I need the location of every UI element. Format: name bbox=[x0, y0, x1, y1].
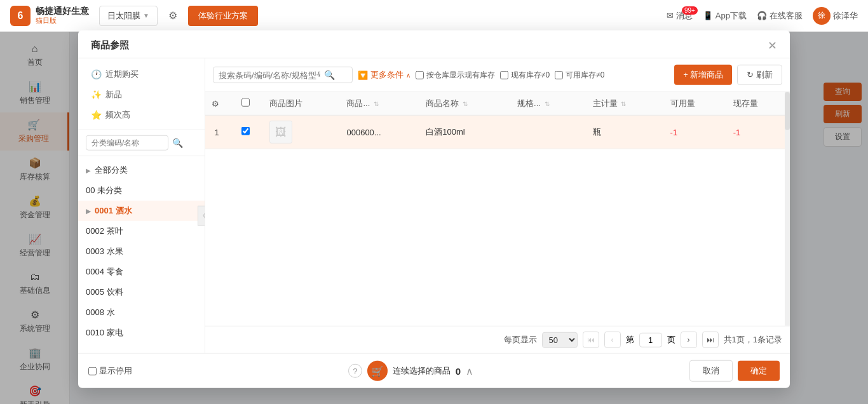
category-item-0003[interactable]: 0003 水果 bbox=[78, 241, 205, 262]
modal-close-button[interactable]: ✕ bbox=[768, 39, 777, 51]
refresh-btn[interactable]: ↻ 刷新 bbox=[737, 65, 782, 85]
service-icon: 🎧 bbox=[757, 11, 767, 20]
cart-icon-btn[interactable]: 🛒 bbox=[367, 361, 388, 381]
category-item-0001[interactable]: ▶ 0001 酒水 bbox=[78, 201, 205, 221]
page-size-select[interactable]: 50 10 20 100 bbox=[542, 332, 578, 347]
sort-code-icon: ⇅ bbox=[374, 100, 379, 107]
category-item-0008[interactable]: 0008 水 bbox=[78, 302, 205, 323]
nav-user[interactable]: 徐 徐泽华 bbox=[813, 7, 858, 25]
selected-count-num: 0 bbox=[456, 365, 461, 376]
page-last-btn[interactable]: ⏭ bbox=[702, 332, 719, 348]
category-search-input[interactable] bbox=[86, 135, 168, 151]
check-stock-nonzero-input[interactable] bbox=[500, 71, 508, 79]
category-item-00[interactable]: 00 未分类 bbox=[78, 180, 205, 201]
footer-right: 取消 确定 bbox=[689, 360, 780, 382]
user-avatar: 徐 bbox=[813, 7, 831, 25]
frequent-icon: ⭐ bbox=[91, 110, 102, 120]
table-header-row: ⚙ 商品图片 商品... ⇅ 商品名称 bbox=[205, 92, 790, 116]
shortcut-recent[interactable]: 🕐 近期购买 bbox=[86, 65, 197, 84]
product-search-icon[interactable]: 🔍 bbox=[324, 70, 335, 80]
cat-label-0003: 0003 水果 bbox=[86, 246, 123, 257]
th-image: 商品图片 bbox=[263, 92, 340, 116]
brand-sub: 猫日版 bbox=[36, 16, 89, 25]
cat-label-0010: 0010 家电 bbox=[86, 327, 123, 339]
store-selector[interactable]: 日太阳膜 ▼ bbox=[99, 6, 158, 26]
footer-left: 显示停用 bbox=[88, 365, 132, 377]
td-num: 1 bbox=[205, 115, 228, 149]
th-available: 可用量 bbox=[664, 92, 727, 116]
category-item-0002[interactable]: 0002 茶叶 bbox=[78, 221, 205, 241]
top-nav: 6 畅捷通好生意 猫日版 日太阳膜 ▼ ⚙ 体验行业方案 ✉ 消息 99+ 📱 … bbox=[0, 0, 868, 32]
page-prev-btn[interactable]: ‹ bbox=[604, 332, 621, 348]
check-available-nonzero-label[interactable]: 可用库存≠0 bbox=[555, 69, 604, 80]
show-disabled-checkbox[interactable] bbox=[88, 367, 97, 375]
category-panel: 🕐 近期购买 ✨ 新品 ⭐ 频次高 《 🔍 bbox=[78, 58, 205, 353]
message-icon: ✉ bbox=[667, 11, 674, 20]
nav-message[interactable]: ✉ 消息 99+ bbox=[667, 10, 693, 22]
category-item-0004[interactable]: 0004 零食 bbox=[78, 262, 205, 282]
confirm-btn[interactable]: 确定 bbox=[738, 361, 780, 381]
check-warehouse-input[interactable] bbox=[416, 71, 424, 79]
shortcuts-area: 🕐 近期购买 ✨ 新品 ⭐ 频次高 bbox=[78, 65, 205, 130]
th-settings[interactable]: ⚙ bbox=[205, 92, 228, 116]
user-name: 徐泽华 bbox=[833, 10, 858, 22]
product-panel: 🔍 🔽 更多条件 ∧ 按仓库显示现有库存 现有库存≠0 可用库存≠ bbox=[205, 58, 790, 353]
filter-btn[interactable]: 🔽 更多条件 ∧ bbox=[358, 69, 410, 81]
show-disabled-label[interactable]: 显示停用 bbox=[88, 365, 132, 377]
cat-label-00: 00 未分类 bbox=[86, 185, 122, 196]
modal-header: 商品参照 ✕ bbox=[78, 30, 790, 58]
footer-center: ? 🛒 连续选择的商品 0 ∧ bbox=[140, 361, 682, 381]
help-icon[interactable]: ? bbox=[348, 364, 362, 378]
td-checkbox[interactable] bbox=[228, 115, 263, 149]
app-icon: 📱 bbox=[703, 11, 713, 20]
cat-label-all: 全部分类 bbox=[95, 165, 128, 176]
collapse-footer-icon[interactable]: ∧ bbox=[466, 365, 473, 377]
check-warehouse-label[interactable]: 按仓库显示现有库存 bbox=[416, 69, 495, 80]
store-arrow-icon: ▼ bbox=[143, 12, 149, 19]
product-search-box: 🔍 bbox=[213, 67, 353, 83]
nav-app-download[interactable]: 📱 App下载 bbox=[703, 10, 747, 22]
toolbar-right: + 新增商品 ↻ 刷新 bbox=[674, 65, 782, 85]
nav-customer-service[interactable]: 🎧 在线客服 bbox=[757, 10, 803, 22]
check-stock-nonzero-label[interactable]: 现有库存≠0 bbox=[500, 69, 550, 80]
scroll-thumb[interactable] bbox=[785, 92, 790, 130]
td-available: -1 bbox=[664, 115, 727, 149]
category-item-all[interactable]: ▶ 全部分类 bbox=[78, 160, 205, 180]
cat-label-0005: 0005 饮料 bbox=[86, 286, 123, 298]
th-name[interactable]: 商品名称 ⇅ bbox=[419, 92, 511, 116]
th-checkbox[interactable] bbox=[228, 92, 263, 116]
shortcut-new[interactable]: ✨ 新品 bbox=[86, 85, 197, 104]
service-label: 在线客服 bbox=[770, 10, 803, 22]
th-unit[interactable]: 主计量 ⇅ bbox=[587, 92, 664, 116]
page-input[interactable] bbox=[639, 332, 662, 347]
category-tree: ▶ 全部分类 00 未分类 ▶ 0001 酒水 0002 茶叶 0003 水果 bbox=[78, 156, 205, 347]
td-name: 白酒100ml bbox=[419, 115, 511, 149]
trial-btn[interactable]: 体验行业方案 bbox=[188, 6, 258, 26]
th-spec[interactable]: 规格... ⇅ bbox=[511, 92, 586, 116]
page-total: 共1页，1条记录 bbox=[724, 334, 782, 346]
page-first-btn[interactable]: ⏮ bbox=[583, 332, 599, 348]
store-name: 日太阳膜 bbox=[107, 10, 140, 22]
category-item-0005[interactable]: 0005 饮料 bbox=[78, 282, 205, 302]
select-all-checkbox[interactable] bbox=[241, 98, 250, 107]
message-badge: 99+ bbox=[682, 6, 698, 15]
settings-icon[interactable]: ⚙ bbox=[163, 6, 183, 26]
table-row[interactable]: 1 🖼 000600... 白酒100ml bbox=[205, 115, 790, 149]
cat-label-0001: 0001 酒水 bbox=[95, 205, 132, 217]
category-search-icon[interactable]: 🔍 bbox=[172, 138, 183, 148]
category-collapse-button[interactable]: 《 bbox=[198, 206, 205, 226]
td-stock: -1 bbox=[727, 115, 790, 149]
brand-name: 畅捷通好生意 bbox=[36, 6, 89, 17]
row-checkbox[interactable] bbox=[241, 127, 250, 135]
category-item-0010[interactable]: 0010 家电 bbox=[78, 323, 205, 343]
img-placeholder: 🖼 bbox=[275, 125, 287, 138]
shortcut-frequent[interactable]: ⭐ 频次高 bbox=[86, 105, 197, 125]
cancel-btn[interactable]: 取消 bbox=[689, 360, 733, 382]
th-code[interactable]: 商品... ⇅ bbox=[340, 92, 419, 116]
check-available-nonzero-input[interactable] bbox=[555, 71, 563, 79]
page-next-btn[interactable]: › bbox=[681, 332, 697, 348]
add-product-btn[interactable]: + 新增商品 bbox=[674, 65, 732, 85]
product-search-input[interactable] bbox=[219, 70, 320, 79]
td-image: 🖼 bbox=[263, 115, 340, 149]
td-unit: 瓶 bbox=[587, 115, 664, 149]
